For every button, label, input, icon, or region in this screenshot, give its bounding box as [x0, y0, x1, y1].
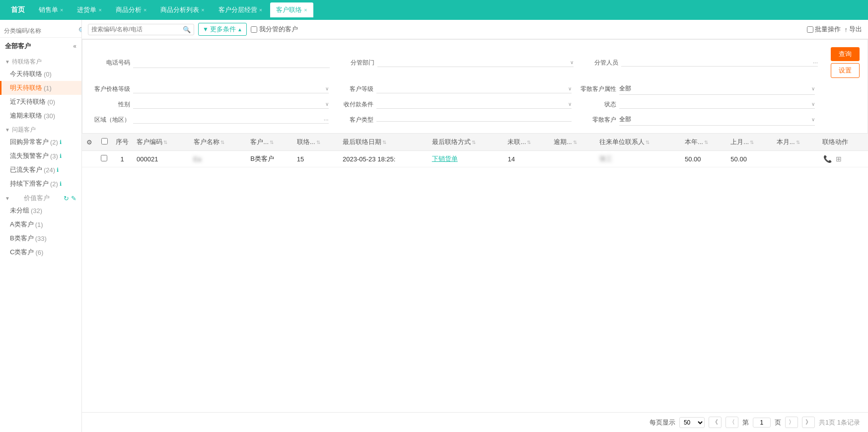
- last-page-button[interactable]: 》: [802, 417, 815, 428]
- th-code[interactable]: 客户编码⇅: [133, 134, 190, 151]
- company-contact-blurred: 张三: [599, 155, 612, 162]
- customer-level-select[interactable]: ∨: [376, 84, 572, 93]
- pagination-bar: 每页显示 50 100 200 《 〈 第 页 〉 》 共1页 1条记录: [82, 412, 868, 432]
- search-input[interactable]: [91, 26, 181, 33]
- retail-customer-select[interactable]: 全部 ∨: [619, 114, 815, 126]
- table-row: 1 000021 Ea B类客户 15 2023-05-23 18:25: 下销…: [82, 151, 868, 167]
- nav-tab-analysis-list[interactable]: 商品分析列表 ×: [154, 2, 210, 17]
- grid-icon[interactable]: ⊞: [836, 155, 842, 163]
- refresh-icon[interactable]: ↻: [64, 195, 69, 202]
- sort-icon: ⇅: [796, 140, 800, 145]
- sidebar-item-repurchase-abnormal[interactable]: 回购异常客户 (2) ℹ: [0, 135, 81, 149]
- th-type[interactable]: 客户...⇅: [246, 134, 293, 151]
- filter-customer-type: 客户类型: [334, 116, 572, 124]
- edit-icon[interactable]: ✎: [71, 195, 76, 202]
- sidebar-item-churn-warning[interactable]: 流失预警客户 (3) ℹ: [0, 149, 81, 163]
- close-icon[interactable]: ×: [98, 7, 101, 13]
- my-customers-checkbox[interactable]: [251, 26, 257, 33]
- payment-select[interactable]: ∨: [376, 100, 572, 109]
- sidebar-item-declining[interactable]: 持续下滑客户 (2) ℹ: [0, 177, 81, 191]
- nav-tab-customer-tier[interactable]: 客户分层经营 ×: [213, 2, 268, 17]
- page-size-select[interactable]: 50 100 200: [679, 417, 705, 428]
- close-icon[interactable]: ×: [259, 7, 262, 13]
- th-name[interactable]: 客户名称⇅: [190, 134, 247, 151]
- td-last-month: 50.00: [726, 151, 772, 167]
- query-button[interactable]: 查询: [831, 47, 860, 61]
- gender-select[interactable]: ∨: [133, 100, 329, 109]
- close-icon[interactable]: ×: [60, 7, 63, 13]
- sidebar-item-tomorrow[interactable]: 明天待联络 (1): [0, 81, 81, 95]
- total-records-text: 共1页 1条记录: [819, 418, 860, 427]
- th-last-month[interactable]: 上月...⇅: [726, 134, 772, 151]
- sidebar-item-a-class[interactable]: A类客户 (1): [0, 217, 81, 231]
- filter-status: 状态 ∨: [577, 100, 815, 109]
- phone-input[interactable]: [133, 58, 330, 68]
- filter-panel: 电话号码 分管部门 ∨ 分管人员: [82, 39, 868, 134]
- td-last-contact-method[interactable]: 下销货单: [428, 151, 504, 167]
- chevron-down-icon: ∨: [568, 101, 572, 107]
- close-icon[interactable]: ×: [144, 7, 146, 13]
- chevron-down-icon: ∨: [811, 101, 815, 107]
- sidebar-all-customers[interactable]: 全部客户 «: [0, 38, 81, 55]
- nav-home[interactable]: 首页: [5, 2, 31, 17]
- batch-operation-button[interactable]: 批量操作: [807, 25, 841, 34]
- th-company-contact[interactable]: 往来单位联系人⇅: [595, 134, 681, 151]
- filter-row-3: 性别 ∨ 收付款条件 ∨: [90, 97, 860, 111]
- nav-tab-customer-contact[interactable]: 客户联络 ×: [270, 2, 313, 17]
- th-last-contact-method[interactable]: 最后联络方式⇅: [428, 134, 504, 151]
- more-conditions-button[interactable]: ▼ 更多条件 ▲: [198, 23, 247, 36]
- first-page-button[interactable]: 《: [709, 417, 722, 428]
- table-header-row: ⚙ 序号 客户编码⇅ 客户名称⇅ 客户...⇅ 联络...⇅ 最后联络日期⇅ 最…: [82, 134, 868, 151]
- export-icon: ↑: [845, 26, 848, 33]
- filter-region: 区域（地区） ···: [90, 116, 329, 124]
- search-icon[interactable]: 🔍: [78, 27, 82, 34]
- page-number-input[interactable]: [753, 418, 771, 428]
- retail-attr-select[interactable]: 全部 ∨: [619, 83, 815, 95]
- dept-select[interactable]: ∨: [377, 58, 574, 67]
- row-checkbox[interactable]: [101, 155, 107, 161]
- batch-checkbox[interactable]: [807, 26, 813, 33]
- status-select[interactable]: ∨: [619, 100, 815, 109]
- th-unlinking[interactable]: 未联...⇅: [504, 134, 549, 151]
- th-last-contact-date[interactable]: 最后联络日期⇅: [339, 134, 428, 151]
- filter-row-4: 区域（地区） ··· 客户类型: [90, 111, 860, 128]
- close-icon[interactable]: ×: [201, 7, 204, 13]
- filter-row-2: 客户价格等级 ∨ 客户等级 ∨: [90, 80, 860, 97]
- sidebar-item-overdue[interactable]: 逾期未联络 (30): [0, 109, 81, 123]
- phone-icon[interactable]: 📞: [823, 155, 832, 163]
- th-overdue[interactable]: 逾期...⇅: [550, 134, 595, 151]
- nav-tab-purchase[interactable]: 进货单 ×: [71, 2, 107, 17]
- select-all-checkbox[interactable]: [101, 138, 108, 144]
- my-customers-checkbox-label[interactable]: 我分管的客户: [251, 25, 298, 34]
- close-icon[interactable]: ×: [304, 7, 307, 13]
- prev-page-button[interactable]: 〈: [725, 417, 738, 428]
- sort-icon: ⇅: [573, 140, 577, 145]
- filter-retail-attr: 零散客户属性 全部 ∨: [577, 83, 815, 95]
- settings-button[interactable]: 设置: [831, 63, 860, 78]
- next-page-button[interactable]: 〉: [785, 417, 798, 428]
- nav-tab-analysis[interactable]: 商品分析 ×: [110, 2, 152, 17]
- sidebar-item-ungrouped[interactable]: 未分组 (32): [0, 204, 81, 217]
- sidebar-value-group: 价值客户 ↻ ✎: [0, 191, 81, 204]
- th-settings[interactable]: ⚙: [82, 134, 97, 151]
- sidebar-item-b-class[interactable]: B类客户 (33): [0, 231, 81, 245]
- contact-method-link[interactable]: 下销货单: [432, 155, 458, 162]
- price-level-select[interactable]: ∨: [133, 84, 329, 93]
- th-contact[interactable]: 联络...⇅: [293, 134, 339, 151]
- filter-action-area: 查询 设置: [823, 47, 860, 78]
- sidebar-search-input[interactable]: [4, 27, 78, 34]
- th-this-month[interactable]: 本月...⇅: [773, 134, 818, 151]
- sidebar-item-churned[interactable]: 已流失客户 (24) ℹ: [0, 163, 81, 177]
- sidebar-item-today[interactable]: 今天待联络 (0): [0, 67, 81, 81]
- sort-icon: ⇅: [220, 140, 224, 145]
- th-this-year[interactable]: 本年...⇅: [681, 134, 726, 151]
- sidebar-item-c-class[interactable]: C类客户 (6): [0, 245, 81, 259]
- search-icon[interactable]: 🔍: [183, 26, 191, 33]
- sidebar-item-7days[interactable]: 近7天待联络 (0): [0, 95, 81, 109]
- customer-type-select[interactable]: [376, 118, 572, 122]
- nav-tab-sales[interactable]: 销售单 ×: [33, 2, 69, 17]
- manager-more-icon[interactable]: ···: [813, 59, 818, 66]
- export-button[interactable]: ↑ 导出: [845, 25, 863, 34]
- region-more-icon[interactable]: ···: [324, 116, 329, 123]
- action-icons-group: 📞 ⊞: [822, 155, 864, 163]
